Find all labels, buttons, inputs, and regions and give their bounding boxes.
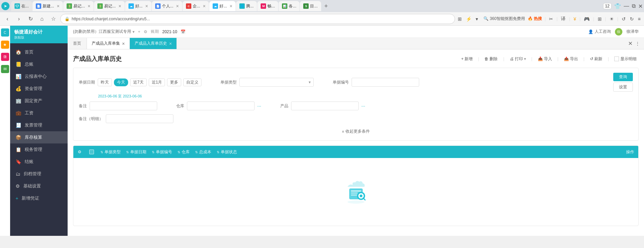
show-cols-toggle[interactable]: 显示明细	[612, 55, 639, 63]
th-warehouse[interactable]: ⇅ 仓库	[175, 149, 192, 155]
print-button[interactable]: 🖨 打印 ▾	[508, 55, 528, 63]
more-tabs-icon[interactable]: ⋮	[635, 41, 640, 46]
scissors-tool[interactable]: ✂	[548, 16, 554, 22]
warehouse-dots-icon[interactable]: ···	[257, 103, 261, 109]
tab-easyrecord2[interactable]: 📗 易记... ×	[94, 1, 124, 11]
weibo-icon[interactable]: 微	[1, 53, 9, 61]
sidebar-item-basic[interactable]: ⚙ 基础设置	[10, 180, 68, 192]
table-select-all[interactable]	[86, 150, 98, 154]
sidebar-item-fund[interactable]: 💰 资金管理	[10, 83, 68, 95]
dropdown-arrow[interactable]: ▾	[475, 16, 479, 22]
date-btn-7days[interactable]: 近7天	[130, 78, 147, 86]
tab-close-icon[interactable]: ×	[118, 4, 121, 8]
restore-icon[interactable]: ⧉	[632, 3, 636, 9]
export-button[interactable]: 📤 导出	[562, 55, 580, 63]
show-cols-checkbox[interactable]	[614, 57, 619, 61]
mail-icon[interactable]: ✉	[1, 65, 9, 73]
more-tool[interactable]: ≡	[637, 16, 641, 22]
add-company-btn[interactable]: +	[138, 29, 140, 34]
query-button[interactable]: 查询	[613, 73, 633, 81]
sidebar-item-home[interactable]: 🏠 首页	[10, 46, 68, 58]
calendar-icon[interactable]: 📅	[181, 29, 186, 34]
forward-button[interactable]: ›	[14, 14, 24, 24]
bill-no-input[interactable]	[352, 78, 419, 87]
warehouse-input[interactable]	[187, 102, 255, 110]
tab-畅[interactable]: M 畅...	[257, 1, 278, 11]
star-icon[interactable]: ★	[1, 41, 9, 49]
reload-button[interactable]: ↻	[26, 14, 35, 24]
settings-icon[interactable]: ⚙	[144, 29, 147, 34]
th-bill-no[interactable]: ⇅ 单据编号	[149, 149, 175, 155]
tab-new-doc[interactable]: 📄 新建... ×	[32, 1, 63, 11]
tab-tencent[interactable]: 🌐 腾...	[236, 1, 257, 11]
sidebar-item-checkout[interactable]: 🔖 结账	[10, 156, 68, 168]
game-tool[interactable]: 🎮	[583, 16, 590, 22]
sidebar-item-archive[interactable]: 🗂 归档管理	[10, 168, 68, 180]
yuan-tool[interactable]: ¥	[573, 16, 577, 22]
refresh-button[interactable]: ↺ 刷新	[588, 55, 604, 63]
tab-cloud-active[interactable]: ☁ 好... ×	[209, 1, 236, 11]
url-bar[interactable]: 🔒 https://cloud.chanjet.com/accounting/u…	[60, 14, 455, 24]
tab-bill-history[interactable]: 产成品入库单历史 ×	[130, 38, 177, 49]
company-select[interactable]: (勿删勿禁用）江西服宝测试专用 ▾	[73, 29, 135, 35]
tab-in-bookmark[interactable]: 🛡 在...	[11, 1, 32, 11]
delete-button[interactable]: 🗑 删除	[482, 55, 500, 63]
theme-tool[interactable]: ☀	[609, 16, 615, 22]
back-button[interactable]: ‹	[3, 14, 12, 24]
select-all-checkbox[interactable]	[89, 150, 94, 154]
tab-enterprise[interactable]: C 企... ×	[183, 1, 209, 11]
tab-close-icon[interactable]: ×	[230, 4, 232, 8]
redo-tool[interactable]: ↻	[629, 16, 635, 22]
sidebar-item-report[interactable]: 📊 云报表中心	[10, 70, 68, 83]
sidebar-item-salary[interactable]: 💼 工资	[10, 107, 68, 119]
tab-cloud1[interactable]: ☁ 好... ×	[125, 1, 151, 11]
undo-tool[interactable]: ↺	[621, 16, 626, 22]
product-input[interactable]	[291, 102, 359, 110]
tab-各[interactable]: 📊 各...	[279, 1, 300, 11]
th-total-cost[interactable]: ⇅ 总成本	[192, 149, 214, 155]
layout-tool[interactable]: ⊞	[597, 16, 602, 22]
date-btn-1month[interactable]: 近1月	[149, 78, 165, 86]
date-btn-more[interactable]: 更多	[167, 78, 181, 86]
tab-close-icon[interactable]: ×	[122, 41, 125, 46]
date-btn-yesterday[interactable]: 昨天	[98, 78, 112, 86]
th-bill-date[interactable]: ⇅ 单据日期	[123, 149, 149, 155]
table-settings-icon[interactable]: ⚙	[73, 150, 86, 154]
date-btn-today[interactable]: 今天	[114, 78, 128, 86]
sidebar-item-newbill[interactable]: + 新增凭证	[10, 192, 68, 204]
sidebar-item-tax[interactable]: 📋 税务管理	[10, 143, 68, 156]
settings-button[interactable]: 设置	[613, 83, 633, 92]
sidebar-item-asset[interactable]: 🏢 固定资产	[10, 95, 68, 107]
tab-close-icon[interactable]: ×	[145, 4, 148, 8]
product-dots-icon[interactable]: ···	[361, 103, 365, 109]
sidebar-item-ledger[interactable]: 📒 总账	[10, 58, 68, 70]
breadcrumb-home[interactable]: 首页	[68, 38, 87, 49]
new-tab-button[interactable]: +	[321, 1, 331, 11]
tab-close-icon[interactable]: ×	[176, 4, 179, 8]
tab-close-icon[interactable]: ×	[88, 4, 90, 8]
tab-close-icon[interactable]: ×	[169, 41, 172, 46]
remark-detail-input[interactable]	[106, 114, 173, 123]
sidebar-item-invoice[interactable]: 🧾 发票管理	[10, 119, 68, 131]
home-button[interactable]: ⌂	[37, 14, 47, 24]
tab-目[interactable]: S 目...	[300, 1, 321, 11]
tab-close-icon[interactable]: ×	[203, 4, 206, 8]
collapse-button[interactable]: ∧ 收起更多条件	[342, 127, 370, 136]
grid-icon[interactable]: ⊞	[457, 16, 462, 22]
tab-easyrecord1[interactable]: 📗 易记... ×	[63, 1, 94, 11]
import-button[interactable]: 📥 导入	[536, 55, 554, 63]
tab-close-icon[interactable]: ×	[57, 4, 59, 8]
user-service-btn[interactable]: 👤 人工咨询	[588, 29, 611, 35]
close-tab-btn[interactable]: ✕	[628, 40, 633, 47]
tab-personal[interactable]: 📄 个人... ×	[152, 1, 182, 11]
bookmark-button[interactable]: ☆	[49, 14, 58, 24]
add-button[interactable]: + 新增	[459, 55, 475, 63]
lightning-icon[interactable]: ⚡	[465, 16, 472, 22]
close-icon[interactable]: ✕	[638, 3, 643, 9]
date-btn-custom[interactable]: 自定义	[183, 78, 201, 86]
bill-type-select[interactable]: ▾	[239, 78, 314, 87]
th-bill-type[interactable]: ⇅ 单据类型	[98, 149, 123, 155]
sidebar-item-inventory[interactable]: 📦 库存核算	[10, 131, 68, 143]
minimize-icon[interactable]: —	[624, 3, 629, 9]
translate-tool[interactable]: 译	[560, 15, 566, 23]
